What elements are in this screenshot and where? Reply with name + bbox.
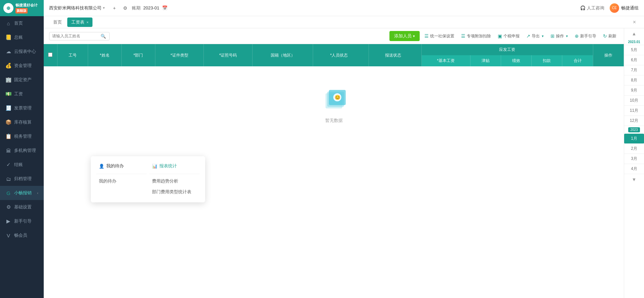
content-area: 🔍 添加人员 ▾ ☰ 统一社保设置 ☰ 专项附加扣除 — [44, 28, 644, 298]
calendar-month-7[interactable]: 7月 — [624, 65, 644, 75]
toolbar-right: 添加人员 ▾ ☰ 统一社保设置 ☰ 专项附加扣除 ▣ 个税申报 — [389, 31, 618, 41]
special-deduction-icon: ☰ — [461, 33, 465, 39]
report-status-filter-icon[interactable]: ▾ — [403, 53, 405, 57]
sidebar-item-member[interactable]: V 畅会员 — [0, 228, 44, 242]
export-button[interactable]: ↗ 导出 ▾ — [524, 32, 546, 40]
tab-salary[interactable]: 工资表 × — [67, 18, 92, 27]
calendar-month-5[interactable]: 5月 — [624, 45, 644, 55]
sidebar-item-home[interactable]: ⌂ 首页 — [0, 16, 44, 30]
special-deduction-button[interactable]: ☰ 专项附加扣除 — [459, 32, 493, 40]
add-person-label: 添加人员 — [394, 33, 412, 39]
th-allowance: 津贴 — [470, 55, 501, 66]
new-guide-label: 新手引导 — [580, 33, 596, 39]
calendar-period-display: 2023.01 — [624, 39, 644, 45]
th-number: 工号 — [57, 44, 88, 66]
individual-tax-button[interactable]: ▣ 个税申报 — [496, 32, 522, 40]
refresh-button[interactable]: ↻ 刷新 — [601, 32, 618, 40]
th-id-type: *证件类型 — [155, 44, 204, 66]
sidebar-item-label: 基础设置 — [14, 204, 32, 210]
person-status-filter-icon[interactable]: ▾ — [350, 53, 352, 57]
th-basic-salary: *基本工资 — [422, 55, 470, 66]
popup-item-my-todo[interactable]: 我的待办 — [96, 176, 147, 186]
sidebar-item-fund[interactable]: 💰 资金管理 — [0, 59, 44, 73]
calendar-month-8[interactable]: 8月 — [624, 75, 644, 86]
popup-col-left: 👤 我的待办 我的待办 — [96, 162, 147, 197]
th-nationality: 国籍（地区） — [252, 44, 313, 66]
popup-section-todo: 👤 我的待办 — [96, 162, 147, 174]
sidebar-item-xiaochang[interactable]: G 小畅报销 ‹ — [0, 186, 44, 200]
sidebar-item-label: 畅会员 — [14, 232, 27, 238]
home-icon: ⌂ — [5, 21, 11, 26]
sidebar-item-label: 小畅报销 — [14, 190, 32, 196]
logo-icon: ⊕ — [3, 3, 13, 13]
popup-todo-label: 我的待办 — [106, 163, 124, 169]
add-company-button[interactable]: + — [110, 4, 118, 12]
member-icon: V — [5, 233, 11, 238]
empty-state: 😊 暂无数据 — [44, 66, 624, 144]
sidebar-item-label: 首页 — [14, 20, 23, 26]
archive-icon: 🗂 — [5, 176, 11, 182]
company-dropdown-arrow: ▾ — [103, 6, 105, 10]
user-avatar: CE — [610, 3, 619, 13]
new-guide-button[interactable]: ⊕ 新手引导 — [573, 32, 598, 40]
sidebar-item-archive[interactable]: 🗂 归档管理 — [0, 172, 44, 186]
select-all-checkbox[interactable] — [48, 53, 52, 57]
sidebar-item-label: 总账 — [14, 34, 23, 40]
operations-button[interactable]: ⊞ 操作 ▾ — [548, 32, 570, 40]
sidebar-item-settle[interactable]: ✓ 结账 — [0, 158, 44, 172]
th-salary-group: 应发工资 — [422, 44, 593, 55]
sidebar-item-fixed-assets[interactable]: 🏢 固定资产 — [0, 73, 44, 87]
sidebar-item-label: 多机构管理 — [14, 147, 36, 154]
sidebar-item-cloud-report[interactable]: ☁ 云报表中心 — [0, 44, 44, 59]
social-insurance-button[interactable]: ☰ 统一社保设置 — [422, 32, 456, 40]
help-button[interactable]: 🎧 人工咨询 — [580, 5, 604, 11]
sidebar-item-basic-settings[interactable]: ⚙ 基础设置 — [0, 200, 44, 214]
company-settings-button[interactable]: ⚙ — [121, 4, 129, 12]
sidebar-item-label: 新手引导 — [14, 218, 32, 224]
sidebar-item-multi-org[interactable]: 🏛 多机构管理 — [0, 143, 44, 158]
calendar-month-4[interactable]: 4月 — [624, 164, 644, 174]
calendar-icon[interactable]: 📅 — [162, 5, 167, 10]
calendar-month-11[interactable]: 11月 — [624, 106, 644, 116]
th-checkbox[interactable] — [44, 44, 57, 66]
company-selector[interactable]: 西安虾米网络科技有限公司 ▾ — [49, 5, 105, 11]
calendar-up-button[interactable]: ▲ — [630, 30, 638, 38]
sidebar-item-invoice[interactable]: 🧾 发票管理 — [0, 101, 44, 115]
sidebar-item-inventory[interactable]: 📦 库存核算 — [0, 115, 44, 129]
tab-bar-close-button[interactable]: × — [630, 19, 639, 25]
user-info[interactable]: CE 畅捷通组 — [610, 3, 639, 13]
th-name: *姓名 — [88, 44, 121, 66]
calendar-month-6[interactable]: 6月 — [624, 55, 644, 65]
sidebar-item-label: 工资 — [14, 91, 23, 97]
calendar-down-button[interactable]: ▼ — [630, 175, 638, 184]
sidebar-item-tax[interactable]: 📋 税务管理 — [0, 129, 44, 143]
popup-item-cost-trend[interactable]: 费用趋势分析 — [149, 176, 200, 186]
topbar-right: 🎧 人工咨询 CE 畅捷通组 — [580, 3, 639, 13]
search-input[interactable] — [52, 34, 99, 38]
search-box[interactable]: 🔍 — [49, 32, 110, 40]
export-icon: ↗ — [526, 33, 530, 39]
add-person-button[interactable]: 添加人员 ▾ — [389, 31, 420, 41]
empty-text: 暂无数据 — [325, 118, 343, 124]
sidebar-item-label: 云报表中心 — [14, 48, 36, 55]
sidebar-item-ledger[interactable]: 📒 总账 — [0, 30, 44, 44]
sidebar-item-guide[interactable]: ▶ 新手引导 — [0, 214, 44, 228]
th-total: 合计 — [562, 55, 593, 66]
calendar-month-1[interactable]: 1月 — [624, 134, 644, 144]
user-name: 畅捷通组 — [621, 5, 639, 11]
sidebar-item-salary[interactable]: 💵 工资 — [0, 87, 44, 101]
calendar-month-3[interactable]: 3月 — [624, 154, 644, 164]
calendar-month-9[interactable]: 9月 — [624, 86, 644, 96]
tab-close-icon[interactable]: × — [86, 20, 88, 24]
calendar-panel: ▲ 2023.01 5月 6月 7月 8月 9月 10月 11月 12月 202… — [624, 28, 644, 298]
export-label: 导出 — [532, 33, 540, 39]
th-operations: 操作 — [593, 44, 623, 66]
tab-bar: 首页 工资表 × × — [44, 16, 644, 28]
calendar-month-2[interactable]: 2月 — [624, 144, 644, 154]
tab-home[interactable]: 首页 — [49, 18, 66, 27]
logo-text: 畅捷通好会计 — [15, 3, 38, 7]
calendar-month-12[interactable]: 12月 — [624, 116, 644, 126]
calendar-month-10[interactable]: 10月 — [624, 96, 644, 106]
popup-item-dept-cost[interactable]: 部门费用类型统计表 — [149, 187, 200, 197]
tax-icon: 📋 — [5, 133, 11, 139]
